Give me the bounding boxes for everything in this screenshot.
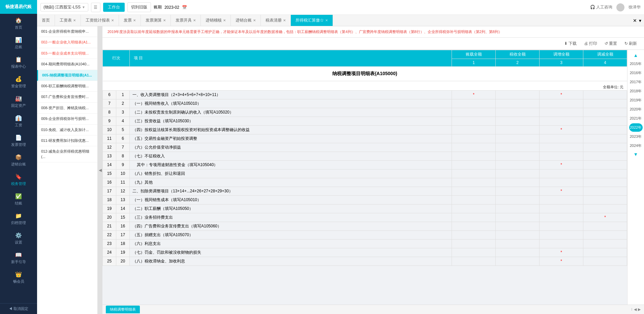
year-2019[interactable]: 2019年 bbox=[629, 96, 643, 104]
row-8-item[interactable]: （二）未按权责发生制原则确认的收入（填写A105020） bbox=[130, 108, 452, 117]
row-23-c3[interactable] bbox=[540, 239, 583, 248]
row-11-c2[interactable] bbox=[496, 134, 540, 143]
row-22-item[interactable]: （五）捐赠支出（填写A105070） bbox=[130, 230, 452, 239]
row-23-item[interactable]: （六）利息支出 bbox=[130, 239, 452, 248]
row-20-c2[interactable] bbox=[496, 213, 540, 222]
row-22-c3[interactable] bbox=[540, 230, 583, 239]
row-20-c1[interactable] bbox=[452, 213, 496, 222]
sidebar-item-tax[interactable]: 🔖 税务管理 bbox=[0, 170, 37, 190]
year-2016[interactable]: 2016年 bbox=[629, 69, 643, 77]
year-2018[interactable]: 2018年 bbox=[629, 87, 643, 95]
row-12-item[interactable]: （六）公允价值变动净损益 bbox=[130, 143, 452, 152]
row-16-c3[interactable] bbox=[540, 178, 583, 187]
row-9-c1[interactable] bbox=[452, 117, 496, 125]
row-10-c4[interactable] bbox=[583, 125, 627, 134]
row-24-c4[interactable] bbox=[583, 248, 627, 257]
row-11-c4[interactable] bbox=[583, 134, 627, 143]
row-24-c1[interactable] bbox=[452, 248, 496, 257]
left-item-002[interactable]: 002-一般企业收入明细表(A1... bbox=[37, 37, 97, 48]
row-22-c1[interactable] bbox=[452, 230, 496, 239]
row-12-c3[interactable] bbox=[540, 143, 583, 152]
tab-check-close[interactable]: ✕ bbox=[223, 19, 226, 22]
row-25-c2[interactable] bbox=[496, 257, 540, 265]
row-10-c3[interactable]: * bbox=[540, 125, 583, 134]
row-25-c1[interactable] bbox=[452, 257, 496, 265]
row-18-c3[interactable] bbox=[540, 195, 583, 204]
sidebar-item-close[interactable]: ✅ 结账 bbox=[0, 190, 37, 209]
sidebar-item-report[interactable]: 📋 报表中心 bbox=[0, 53, 37, 72]
service-btn[interactable]: 🎧 人工咨询 bbox=[590, 4, 612, 10]
sidebar-pin-toggle[interactable]: ◀ 取消固定 bbox=[0, 303, 37, 314]
row-8-c4[interactable] bbox=[583, 108, 627, 117]
print-btn[interactable]: 🖨 打印 bbox=[582, 40, 599, 48]
row-16-item[interactable]: （九）其他 bbox=[130, 178, 452, 187]
row-20-item[interactable]: （三）业务招待费支出 bbox=[130, 213, 452, 222]
row-13-c3[interactable] bbox=[540, 152, 583, 160]
row-21-c2[interactable] bbox=[496, 222, 540, 230]
row-16-c1[interactable] bbox=[452, 178, 496, 187]
left-item-011[interactable]: 011-研发费用加计扣除优惠... bbox=[37, 135, 97, 146]
left-item-010[interactable]: 010-免税、减计收入及加计... bbox=[37, 125, 97, 135]
tab-payroll-close[interactable]: ✕ bbox=[73, 19, 76, 22]
sidebar-item-stock[interactable]: 📦 进销台账 bbox=[0, 151, 37, 170]
row-18-c2[interactable] bbox=[496, 195, 540, 204]
tab-invoice-calc[interactable]: 发票测算 ✕ bbox=[141, 15, 171, 26]
sidebar-item-finance[interactable]: 💰 资金管理 bbox=[0, 72, 37, 92]
row-6-item[interactable]: 一、收入类调整项目（2+3+4+5+6+7+8+10+11） bbox=[130, 90, 452, 99]
row-18-c4[interactable] bbox=[583, 195, 627, 204]
row-9-item[interactable]: （三）投资收益（填写A105030） bbox=[130, 117, 452, 125]
row-15-c2[interactable] bbox=[496, 169, 540, 178]
year-2020[interactable]: 2020年 bbox=[629, 105, 643, 114]
app-logo[interactable]: 畅捷通易代账 bbox=[0, 0, 37, 14]
tab-invoice-close[interactable]: ✕ bbox=[133, 19, 136, 22]
row-9-c4[interactable] bbox=[583, 117, 627, 125]
tab-invoice-open-close[interactable]: ✕ bbox=[193, 19, 196, 22]
tab-invoice-open[interactable]: 发票开具 ✕ bbox=[171, 15, 201, 26]
row-17-c4[interactable] bbox=[583, 187, 627, 195]
sidebar-item-payroll[interactable]: 👔 工资 bbox=[0, 112, 37, 131]
row-19-c1[interactable] bbox=[452, 204, 496, 213]
left-item-004[interactable]: 004-期间费用明细表(A1040... bbox=[37, 59, 97, 70]
row-14-c3[interactable]: * bbox=[540, 160, 583, 169]
row-21-item[interactable]: （四）广告费和业务宣传费支出（填写A105060） bbox=[130, 222, 452, 230]
row-23-c2[interactable] bbox=[496, 239, 540, 248]
year-2017[interactable]: 2017年 bbox=[629, 78, 643, 86]
row-7-item[interactable]: （一）视同销售收入（填写A105010） bbox=[130, 99, 452, 108]
download-btn[interactable]: ⬇ 下载 bbox=[562, 40, 579, 48]
row-13-c1[interactable] bbox=[452, 152, 496, 160]
row-25-c4[interactable] bbox=[583, 257, 627, 265]
row-10-c2[interactable] bbox=[496, 125, 540, 134]
row-22-c2[interactable] bbox=[496, 230, 540, 239]
tab-payroll-report[interactable]: 工资统计报表 ✕ bbox=[81, 15, 119, 26]
year-2024[interactable]: 2024年 bbox=[629, 142, 643, 150]
tab-ledger[interactable]: 进销台账 ✕ bbox=[231, 15, 261, 26]
row-22-c4[interactable] bbox=[583, 230, 627, 239]
row-6-c2[interactable] bbox=[496, 90, 540, 99]
row-11-c3[interactable] bbox=[540, 134, 583, 143]
left-item-007[interactable]: 007-广告费和业务宣传费时... bbox=[37, 92, 97, 102]
row-6-c3[interactable]: * bbox=[540, 90, 583, 99]
row-10-item[interactable]: （四）按权益法核算长期股权投资对初始投资成本调整确认的收益 bbox=[130, 125, 452, 134]
switch-old-btn[interactable]: 切到旧版 bbox=[127, 2, 151, 12]
row-21-c4[interactable] bbox=[583, 222, 627, 230]
row-23-c1[interactable] bbox=[452, 239, 496, 248]
year-2015[interactable]: 2015年 bbox=[629, 60, 643, 68]
sidebar-item-invoice[interactable]: 📄 发票管理 bbox=[0, 131, 37, 151]
row-15-c3[interactable] bbox=[540, 169, 583, 178]
row-14-item[interactable]: 其中：专项用途财政性资金（填写A105040） bbox=[130, 160, 452, 169]
sidebar-item-ledger[interactable]: 📊 总账 bbox=[0, 33, 37, 53]
row-7-c3[interactable] bbox=[540, 99, 583, 108]
row-14-c4[interactable] bbox=[583, 160, 627, 169]
row-8-c1[interactable] bbox=[452, 108, 496, 117]
row-11-item[interactable]: （五）交易性金融资产初始投资调整 bbox=[130, 134, 452, 143]
left-item-008[interactable]: 008-资产折旧、摊销及纳税... bbox=[37, 103, 97, 114]
row-24-c3[interactable]: * bbox=[540, 248, 583, 257]
left-item-012[interactable]: 012-减免企业所得税优惠明细(... bbox=[37, 146, 97, 162]
tab-ledger-close[interactable]: ✕ bbox=[253, 19, 256, 22]
scroll-right-btn[interactable]: ▶ bbox=[638, 307, 641, 312]
panel-collapse-btn[interactable]: ◀ bbox=[98, 26, 102, 314]
sidebar-item-assets[interactable]: 🏭 固定资产 bbox=[0, 92, 37, 112]
row-14-c2[interactable] bbox=[496, 160, 540, 169]
tab-income-tax-close[interactable]: ✕ bbox=[325, 19, 328, 22]
row-13-c2[interactable] bbox=[496, 152, 540, 160]
